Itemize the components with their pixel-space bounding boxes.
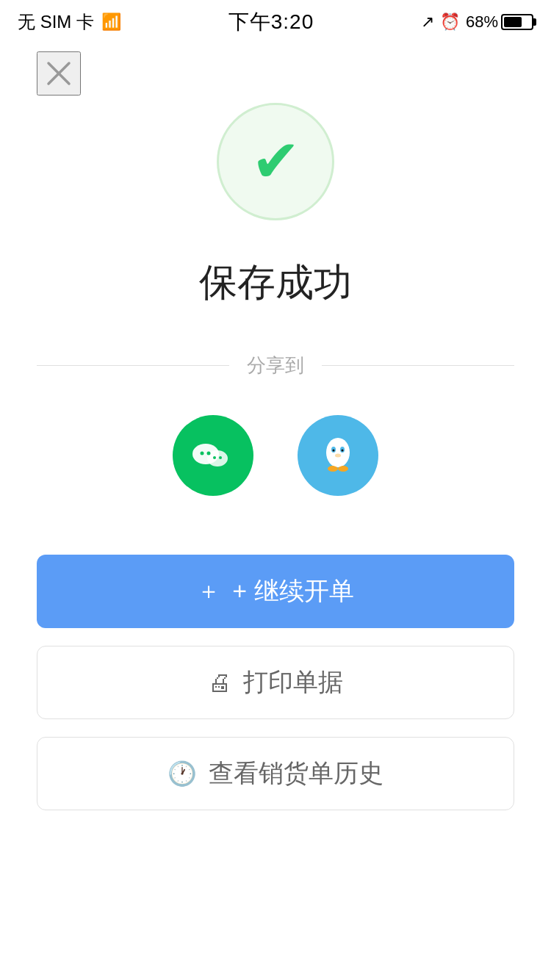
- close-icon: [46, 60, 72, 87]
- battery-fill: [504, 17, 522, 27]
- share-label: 分享到: [229, 353, 322, 378]
- print-button[interactable]: 🖨 打印单据: [37, 646, 514, 719]
- share-icons: [173, 415, 378, 496]
- divider-line-right: [322, 365, 514, 366]
- status-right: ↗ ⏰ 68%: [421, 12, 533, 32]
- wechat-logo-icon: [190, 432, 237, 479]
- checkmark-icon: ✔: [251, 132, 300, 191]
- location-icon: ↗: [421, 12, 434, 32]
- svg-point-11: [333, 450, 335, 452]
- success-circle: ✔: [217, 103, 334, 220]
- wifi-icon: 📶: [101, 12, 121, 32]
- status-time: 下午3:20: [228, 8, 314, 36]
- battery-percent: 68%: [466, 12, 498, 32]
- svg-point-16: [331, 453, 345, 467]
- share-divider: 分享到: [0, 353, 551, 378]
- success-title: 保存成功: [199, 257, 352, 309]
- svg-point-5: [207, 452, 211, 455]
- history-label: 查看销货单历史: [209, 757, 383, 790]
- svg-point-6: [213, 456, 216, 459]
- divider-line-left: [37, 365, 229, 366]
- plus-icon: ＋: [197, 575, 220, 608]
- qq-logo-icon: [314, 432, 361, 479]
- close-button[interactable]: [37, 51, 81, 96]
- alarm-icon: ⏰: [440, 12, 460, 32]
- battery-bar: [501, 14, 533, 30]
- status-bar: 无 SIM 卡 📶 下午3:20 ↗ ⏰ 68%: [0, 0, 551, 44]
- svg-point-7: [219, 456, 222, 459]
- main-content: ✔ 保存成功 分享到: [0, 44, 551, 810]
- history-button[interactable]: 🕐 查看销货单历史: [37, 737, 514, 810]
- no-sim-text: 无 SIM 卡: [18, 10, 94, 34]
- svg-point-4: [201, 452, 204, 455]
- action-buttons: ＋ + 继续开单 🖨 打印单据 🕐 查看销货单历史: [0, 555, 551, 810]
- svg-point-12: [342, 450, 344, 452]
- print-label: 打印单据: [243, 666, 343, 699]
- qq-share-button[interactable]: [298, 415, 378, 496]
- battery-indicator: 68%: [466, 12, 533, 32]
- status-left: 无 SIM 卡 📶: [18, 10, 121, 34]
- print-icon: 🖨: [208, 669, 231, 696]
- continue-order-button[interactable]: ＋ + 继续开单: [37, 555, 514, 628]
- wechat-share-button[interactable]: [173, 415, 253, 496]
- history-icon: 🕐: [168, 760, 197, 788]
- continue-order-label: + 继续开单: [232, 574, 353, 608]
